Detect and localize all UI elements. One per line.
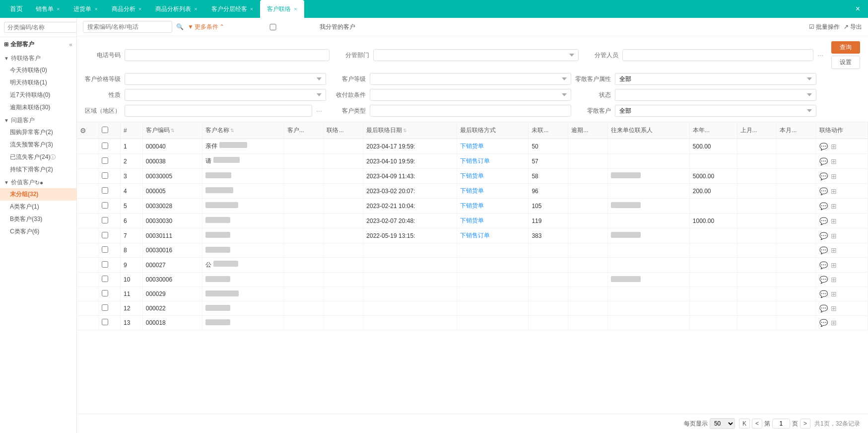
- chat-icon[interactable]: 💬: [819, 276, 828, 284]
- sidebar-item-overdue[interactable]: 逾期未联络(30): [0, 101, 76, 114]
- contact-way-link[interactable]: 下销售订单: [460, 232, 490, 239]
- filter-retail-customer-select[interactable]: 全部: [615, 105, 816, 117]
- export-btn[interactable]: ↗ 导出: [844, 23, 862, 31]
- chat-icon[interactable]: 💬: [819, 157, 828, 165]
- sidebar-collapse-btn[interactable]: «: [69, 41, 72, 48]
- sidebar-item-tomorrow-pending[interactable]: 明天待联络(1): [0, 76, 76, 89]
- more-conditions-btn[interactable]: ▼ 更多条件 ⌃: [188, 23, 224, 31]
- row-checkbox[interactable]: [102, 217, 108, 223]
- grid-action-icon[interactable]: ⊞: [831, 202, 837, 210]
- row-checkbox[interactable]: [102, 276, 108, 282]
- filter-price-level-select[interactable]: [125, 73, 326, 85]
- sidebar-search-input[interactable]: [4, 22, 77, 33]
- sidebar-item-c-class[interactable]: C类客户(6): [0, 225, 76, 238]
- row-checkbox[interactable]: [102, 143, 108, 149]
- manager-more-btn[interactable]: ···: [813, 49, 827, 61]
- close-customer-tier-tab[interactable]: ×: [250, 6, 253, 12]
- contact-way-link[interactable]: 下销货单: [460, 172, 484, 179]
- row-checkbox[interactable]: [102, 232, 108, 238]
- chat-icon[interactable]: 💬: [819, 187, 828, 195]
- th-checkbox[interactable]: [98, 122, 120, 139]
- close-product-analysis-tab[interactable]: ×: [138, 6, 141, 12]
- filter-region-input[interactable]: [125, 105, 312, 117]
- search-input[interactable]: [83, 21, 172, 33]
- row-checkbox[interactable]: [102, 202, 108, 209]
- nav-tab-sales[interactable]: 销售单 ×: [29, 0, 67, 18]
- row-checkbox[interactable]: [102, 319, 108, 325]
- contact-way-link[interactable]: 下销货单: [460, 143, 484, 149]
- sidebar-item-7day-pending[interactable]: 近7天待联络(0): [0, 89, 76, 101]
- filter-manager-input[interactable]: [622, 49, 814, 61]
- filter-payment-select[interactable]: [370, 89, 571, 101]
- sidebar-item-declining[interactable]: 持续下滑客户(2): [0, 163, 76, 176]
- row-checkbox[interactable]: [102, 246, 108, 253]
- chat-icon[interactable]: 💬: [819, 232, 828, 240]
- grid-action-icon[interactable]: ⊞: [831, 276, 837, 284]
- sidebar-all-customers[interactable]: ⊞ 全部客户 «: [0, 37, 76, 52]
- sort-icon[interactable]: ⇅: [171, 128, 175, 133]
- contact-way-link[interactable]: 下销货单: [460, 202, 484, 209]
- chat-icon[interactable]: 💬: [819, 202, 828, 210]
- settings-icon[interactable]: ⚙: [80, 127, 86, 135]
- filter-retail-attr-select[interactable]: 全部: [615, 73, 816, 85]
- sidebar-item-churn-warning[interactable]: 流失预警客户(3): [0, 139, 76, 151]
- grid-action-icon[interactable]: ⊞: [831, 319, 837, 327]
- filter-search-icon[interactable]: 🔍: [176, 23, 184, 30]
- grid-action-icon[interactable]: ⊞: [831, 187, 837, 195]
- contact-way-link[interactable]: 下销售订单: [460, 157, 490, 164]
- chat-icon[interactable]: 💬: [819, 319, 828, 327]
- grid-action-icon[interactable]: ⊞: [831, 217, 837, 225]
- chat-icon[interactable]: 💬: [819, 304, 828, 312]
- nav-tab-purchase[interactable]: 进货单 ×: [67, 0, 104, 18]
- per-page-select[interactable]: 50 20 100: [710, 418, 735, 429]
- sidebar-item-a-class[interactable]: A类客户(1): [0, 201, 76, 213]
- filter-customer-type-input[interactable]: [370, 105, 571, 117]
- nav-home[interactable]: 首页: [4, 4, 29, 13]
- row-checkbox[interactable]: [102, 187, 108, 194]
- reset-btn[interactable]: 设置: [831, 56, 860, 69]
- filter-dept-select[interactable]: [373, 49, 578, 61]
- filter-customer-level-select[interactable]: [370, 73, 571, 85]
- filter-phone-input[interactable]: [125, 49, 330, 61]
- next-page-btn[interactable]: >: [800, 419, 810, 429]
- first-page-btn[interactable]: K: [739, 419, 750, 429]
- grid-action-icon[interactable]: ⊞: [831, 157, 837, 165]
- page-number-input[interactable]: [772, 419, 790, 429]
- sidebar-item-churned[interactable]: 已流失客户(24) ⓘ: [0, 151, 76, 163]
- contact-way-link[interactable]: 下销货单: [460, 217, 484, 224]
- grid-action-icon[interactable]: ⊞: [831, 232, 837, 240]
- grid-action-icon[interactable]: ⊞: [831, 172, 837, 180]
- row-checkbox[interactable]: [102, 261, 108, 268]
- my-customers-checkbox[interactable]: [228, 24, 318, 30]
- filter-nature-select[interactable]: [125, 89, 326, 101]
- prev-page-btn[interactable]: <: [752, 419, 762, 429]
- nav-tab-product-analysis-list[interactable]: 商品分析列表 ×: [148, 0, 204, 18]
- sidebar-item-hoarding-abnormal[interactable]: 囤购异常客户(2): [0, 126, 76, 139]
- sort-icon3[interactable]: ⇅: [403, 128, 407, 133]
- region-more-btn[interactable]: ···: [312, 105, 326, 117]
- sort-icon2[interactable]: ⇅: [230, 128, 234, 133]
- contact-way-link[interactable]: 下销货单: [460, 187, 484, 194]
- sidebar-item-today-pending[interactable]: 今天待联络(0): [0, 64, 76, 76]
- row-checkbox[interactable]: [102, 304, 108, 311]
- grid-action-icon[interactable]: ⊞: [831, 261, 837, 269]
- select-all-checkbox[interactable]: [102, 127, 108, 133]
- filter-status-select[interactable]: [615, 89, 816, 101]
- close-customer-contact-tab[interactable]: ×: [294, 6, 297, 12]
- sidebar-item-b-class[interactable]: B类客户(33): [0, 213, 76, 225]
- chat-icon[interactable]: 💬: [819, 246, 828, 254]
- sidebar-group-problem[interactable]: ▼ 问题客户: [0, 114, 76, 126]
- nav-tab-customer-tier[interactable]: 客户分层经客 ×: [204, 0, 260, 18]
- grid-action-icon[interactable]: ⊞: [831, 246, 837, 254]
- nav-tab-product-analysis[interactable]: 商品分析 ×: [105, 0, 148, 18]
- row-checkbox[interactable]: [102, 157, 108, 164]
- grid-action-icon[interactable]: ⊞: [831, 290, 837, 298]
- close-sales-tab[interactable]: ×: [57, 6, 60, 12]
- row-checkbox[interactable]: [102, 172, 108, 179]
- sidebar-group-pending[interactable]: ▼ 待联络客户: [0, 52, 76, 64]
- chat-icon[interactable]: 💬: [819, 143, 828, 150]
- grid-action-icon[interactable]: ⊞: [831, 304, 837, 312]
- query-btn[interactable]: 查询: [831, 41, 860, 54]
- grid-action-icon[interactable]: ⊞: [831, 143, 837, 150]
- my-customers-checkbox-label[interactable]: 我分管的客户: [228, 23, 355, 31]
